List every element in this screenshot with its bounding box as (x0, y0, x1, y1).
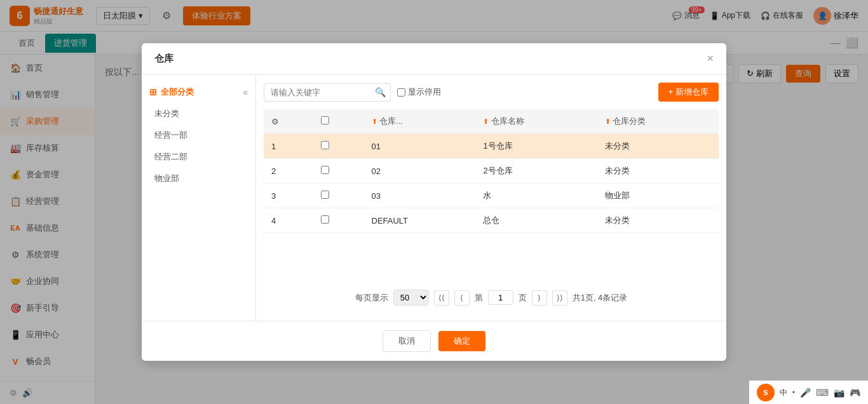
row-checkbox-cell[interactable] (313, 134, 364, 159)
table-row[interactable]: 2 02 2号仓库 未分类 (264, 159, 719, 184)
row-name: 总仓 (475, 208, 597, 233)
row-name: 2号仓库 (475, 159, 597, 184)
all-categories-button[interactable]: ⊞ 全部分类 (149, 86, 194, 98)
th-checkbox (313, 109, 364, 134)
brand-icon: S (757, 384, 775, 401)
next-page-button[interactable]: ⟩ (532, 290, 547, 306)
table-row[interactable]: 4 DEFAULT 总仓 未分类 (264, 208, 719, 233)
row-actions: 3 (264, 184, 313, 208)
show-disabled-checkbox-label[interactable]: 显示停用 (397, 86, 441, 98)
cancel-button[interactable]: 取消 (383, 330, 431, 352)
camera-icon[interactable]: 📷 (834, 387, 844, 398)
row-id: 03 (364, 184, 476, 208)
row-id: 01 (364, 134, 476, 159)
th-warehouse-id: ⬆ 仓库... (364, 109, 476, 134)
collapse-icon[interactable]: « (243, 87, 248, 97)
show-disabled-label: 显示停用 (408, 86, 441, 98)
modal-close-button[interactable]: × (707, 52, 714, 65)
prev-page-button[interactable]: ⟨ (454, 290, 470, 306)
search-icon[interactable]: 🔍 (375, 87, 386, 97)
warehouse-table: ⚙ ⬆ 仓库... ⬆ 仓库名称 ⬆ (264, 109, 719, 233)
keyboard-icon[interactable]: ⌨ (816, 387, 829, 398)
th-gear: ⚙ (264, 109, 313, 134)
page-number-label: 第 (475, 292, 483, 304)
modal-header: 仓库 × (142, 43, 726, 75)
row-actions: 2 (264, 159, 313, 184)
row-checkbox[interactable] (321, 166, 329, 174)
row-checkbox[interactable] (321, 141, 329, 149)
page-label: 页 (519, 292, 527, 304)
table-toolbar: 🔍 显示停用 + 新增仓库 (264, 83, 719, 102)
all-categories-label: 全部分类 (161, 86, 194, 98)
table-row[interactable]: 3 03 水 物业部 (264, 184, 719, 208)
category-item-ops2[interactable]: 经营二部 (142, 146, 255, 168)
show-disabled-checkbox[interactable] (397, 88, 405, 97)
modal-footer: 取消 确定 (142, 321, 726, 361)
sort-name-icon: ⬆ (483, 118, 489, 125)
row-checkbox[interactable] (321, 191, 329, 199)
confirm-button[interactable]: 确定 (438, 331, 485, 351)
row-name: 水 (475, 184, 597, 208)
search-input[interactable] (264, 83, 391, 102)
row-id: DEFAULT (364, 208, 476, 233)
modal-title: 仓库 (154, 53, 173, 65)
gamepad-icon[interactable]: 🎮 (850, 387, 860, 398)
modal-body: ⊞ 全部分类 « 未分类 经营一部 经营二部 物业部 🔍 (142, 75, 726, 321)
category-panel: ⊞ 全部分类 « 未分类 经营一部 经营二部 物业部 (142, 75, 256, 321)
bottom-bar: S 中 • 🎤 ⌨ 📷 🎮 (749, 380, 868, 404)
last-page-button[interactable]: ⟩⟩ (552, 290, 567, 306)
category-item-ops1[interactable]: 经营一部 (142, 125, 255, 146)
sort-id-icon: ⬆ (372, 118, 377, 125)
row-category: 未分类 (597, 208, 719, 233)
row-name: 1号仓库 (475, 134, 597, 159)
category-header: ⊞ 全部分类 « (142, 81, 255, 103)
row-checkbox-cell[interactable] (313, 159, 364, 184)
row-id: 02 (364, 159, 476, 184)
grid-icon: ⊞ (149, 87, 157, 97)
table-panel: 🔍 显示停用 + 新增仓库 ⚙ ⬆ (256, 75, 726, 321)
page-number-input[interactable] (488, 290, 513, 305)
brand-letter: S (763, 389, 768, 396)
search-wrap: 🔍 (264, 83, 391, 102)
table-row[interactable]: 1 01 1号仓库 未分类 (264, 134, 719, 159)
first-page-button[interactable]: ⟨⟨ (434, 290, 449, 306)
row-checkbox-cell[interactable] (313, 208, 364, 233)
pagination: 每页显示 50 100 ⟨⟨ ⟨ 第 页 ⟩ ⟩⟩ 共1页, 4条记录 (264, 282, 719, 313)
row-category: 未分类 (597, 134, 719, 159)
modal-overlay: 仓库 × ⊞ 全部分类 « 未分类 经营一部 经营二部 物业部 (0, 0, 868, 404)
per-page-label: 每页显示 (355, 292, 388, 304)
chinese-input-icon[interactable]: 中 (780, 387, 787, 398)
total-records-label: 共1页, 4条记录 (573, 292, 628, 304)
th-warehouse-name: ⬆ 仓库名称 (475, 109, 597, 134)
category-item-uncategorized[interactable]: 未分类 (142, 103, 255, 125)
row-checkbox[interactable] (321, 215, 329, 224)
th-warehouse-category: ⬆ 仓库分类 (597, 109, 719, 134)
warehouse-modal: 仓库 × ⊞ 全部分类 « 未分类 经营一部 经营二部 物业部 (142, 43, 726, 361)
per-page-select[interactable]: 50 100 (393, 290, 429, 306)
row-checkbox-cell[interactable] (313, 184, 364, 208)
add-warehouse-button[interactable]: + 新增仓库 (658, 83, 719, 102)
mic-icon[interactable]: 🎤 (800, 387, 811, 398)
sort-cat-icon: ⬆ (605, 118, 611, 125)
select-all-checkbox[interactable] (321, 116, 329, 125)
row-actions: 1 (264, 134, 313, 159)
row-category: 物业部 (597, 184, 719, 208)
category-item-property[interactable]: 物业部 (142, 168, 255, 189)
dot-icon: • (792, 388, 795, 397)
row-actions: 4 (264, 208, 313, 233)
row-category: 未分类 (597, 159, 719, 184)
